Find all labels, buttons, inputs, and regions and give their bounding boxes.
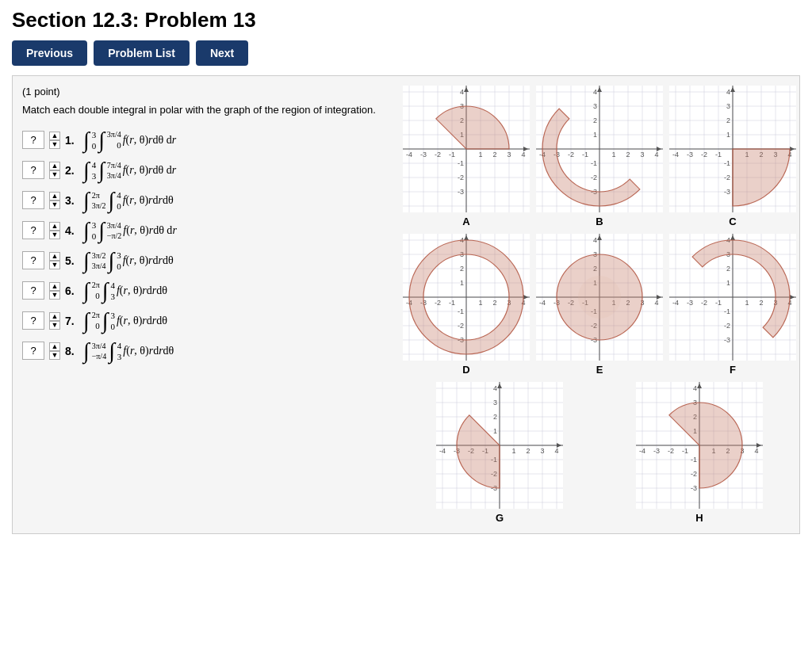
answer-box-5[interactable]: ? [22,251,44,269]
problem-list-button[interactable]: Problem List [94,40,190,66]
answer-box-2[interactable]: ? [22,161,44,179]
math-4: ∫ 30 ∫ 3π/4−π/2 f(r, θ) r dθ dr [82,220,177,242]
top-graphs-grid: A B C D E [403,86,796,376]
graph-canvas-a [403,86,530,212]
stepper-down-2[interactable]: ▼ [49,170,60,179]
problem-number-2: 2. [65,164,78,177]
answer-box-3[interactable]: ? [22,191,44,209]
answer-box-1[interactable]: ? [22,131,44,149]
graph-canvas-g [436,382,563,509]
stepper-down-1[interactable]: ▼ [49,140,60,149]
stepper-3[interactable]: ▲ ▼ [49,192,60,209]
stepper-down-3[interactable]: ▼ [49,200,60,209]
stepper-up-8[interactable]: ▲ [49,342,60,351]
page-title: Section 12.3: Problem 13 [12,8,800,32]
problem-item-1: ? ▲ ▼ 1. ∫ 30 ∫ 3π/40 f(r, θ) r dθ dr [22,129,387,151]
stepper-up-7[interactable]: ▲ [49,312,60,321]
graph-canvas-c [669,86,796,212]
math-8: ∫ 3π/4−π/4 ∫ 43 f(r, θ) r dr dθ [82,340,174,362]
next-button[interactable]: Next [196,40,248,66]
math-7: ∫ 2π0 ∫ 30 f(r, θ) r dr dθ [82,310,167,332]
problem-item-7: ? ▲ ▼ 7. ∫ 2π0 ∫ 30 f(r, θ) r dr dθ [22,310,387,332]
stepper-up-3[interactable]: ▲ [49,192,60,200]
stepper-4[interactable]: ▲ ▼ [49,222,60,239]
stepper-up-1[interactable]: ▲ [49,132,60,140]
graph-cell-e: E [536,234,663,376]
graphs-panel: A B C D E [403,86,796,524]
graph-cell-c: C [669,86,796,227]
problem-number-1: 1. [65,134,78,147]
problem-item-2: ? ▲ ▼ 2. ∫ 43 ∫ 7π/43π/4 f(r, θ) r dθ dr [22,159,387,181]
stepper-down-7[interactable]: ▼ [49,321,60,330]
problem-number-5: 5. [65,254,78,267]
stepper-down-6[interactable]: ▼ [49,291,60,300]
bottom-graphs-grid: G H [403,382,796,524]
graph-label-g: G [496,512,504,524]
stepper-down-4[interactable]: ▼ [49,231,60,239]
stepper-6[interactable]: ▲ ▼ [49,282,60,300]
problem-item-5: ? ▲ ▼ 5. ∫ 3π/23π/4 ∫ 30 f(r, θ) r dr dθ [22,250,387,272]
math-2: ∫ 43 ∫ 7π/43π/4 f(r, θ) r dθ dr [82,159,176,181]
problem-list: ? ▲ ▼ 1. ∫ 30 ∫ 3π/40 f(r, θ) r dθ dr [22,129,387,362]
problem-number-4: 4. [65,224,78,237]
graph-canvas-d [403,234,530,361]
graph-cell-h: H [603,382,796,524]
instructions: Match each double integral in polar with… [22,102,387,118]
problem-number-7: 7. [65,315,78,327]
math-5: ∫ 3π/23π/4 ∫ 30 f(r, θ) r dr dθ [82,250,174,272]
stepper-8[interactable]: ▲ ▼ [49,342,60,360]
graph-cell-b: B [536,86,663,227]
graph-label-f: F [730,364,736,376]
graph-label-b: B [596,216,603,227]
stepper-2[interactable]: ▲ ▼ [49,162,60,179]
answer-box-7[interactable]: ? [22,311,44,330]
stepper-down-8[interactable]: ▼ [49,351,60,360]
stepper-up-4[interactable]: ▲ [49,222,60,231]
graph-cell-f: F [669,234,796,376]
graph-cell-g: G [403,382,596,524]
stepper-up-6[interactable]: ▲ [49,282,60,291]
stepper-5[interactable]: ▲ ▼ [49,252,60,269]
graph-label-a: A [462,216,469,227]
previous-button[interactable]: Previous [12,40,87,66]
graph-cell-a: A [403,86,530,227]
problem-number-6: 6. [65,284,78,297]
answer-box-8[interactable]: ? [22,342,44,360]
problem-item-4: ? ▲ ▼ 4. ∫ 30 ∫ 3π/4−π/2 f(r, θ) r dθ dr [22,220,387,242]
problem-number-8: 8. [65,345,78,357]
problem-item-6: ? ▲ ▼ 6. ∫ 2π0 ∫ 43 f(r, θ) r dr dθ [22,280,387,302]
graph-label-h: H [695,512,703,524]
graph-canvas-b [536,86,663,212]
math-1: ∫ 30 ∫ 3π/40 f(r, θ) r dθ dr [82,129,176,151]
problem-item-3: ? ▲ ▼ 3. ∫ 2π3π/2 ∫ 40 f(r, θ) r dr dθ [22,189,387,212]
point-label: (1 point) [22,86,387,97]
problem-item-8: ? ▲ ▼ 8. ∫ 3π/4−π/4 ∫ 43 f(r, θ) r dr dθ [22,340,387,362]
stepper-1[interactable]: ▲ ▼ [49,132,60,149]
graph-canvas-f [669,234,796,361]
math-6: ∫ 2π0 ∫ 43 f(r, θ) r dr dθ [82,280,167,302]
graph-label-d: D [462,364,469,376]
graph-canvas-h [636,382,763,509]
stepper-7[interactable]: ▲ ▼ [49,312,60,330]
stepper-up-5[interactable]: ▲ [49,252,60,261]
graph-label-e: E [596,364,603,376]
answer-box-6[interactable]: ? [22,281,44,300]
graph-canvas-e [536,234,663,361]
math-3: ∫ 2π3π/2 ∫ 40 f(r, θ) r dr dθ [82,189,174,212]
stepper-down-5[interactable]: ▼ [49,261,60,269]
stepper-up-2[interactable]: ▲ [49,162,60,170]
graph-label-c: C [729,216,736,227]
graph-cell-d: D [403,234,530,376]
problem-number-3: 3. [65,194,78,207]
answer-box-4[interactable]: ? [22,221,44,239]
